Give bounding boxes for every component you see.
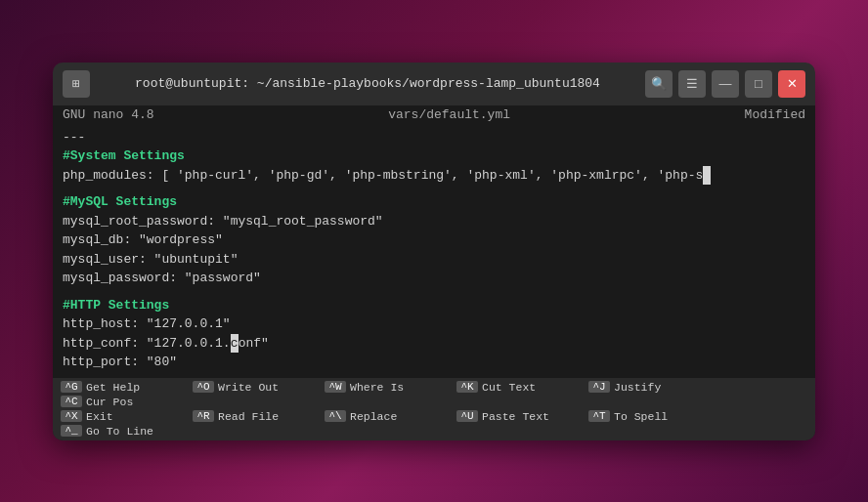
nano-modified: Modified — [745, 107, 805, 122]
titlebar: ⊞ root@ubuntupit: ~/ansible-playbooks/wo… — [53, 63, 815, 105]
key-ctrl-g: ^G — [61, 381, 82, 393]
nano-version: GNU nano 4.8 — [63, 107, 154, 122]
key-ctrl-j: ^J — [588, 381, 610, 393]
cmd-to-spell-label: To Spell — [614, 410, 668, 423]
content-line: mysql_db: "wordpress" — [63, 230, 805, 250]
key-ctrl-o: ^O — [193, 381, 214, 393]
content-line: --- — [63, 128, 805, 147]
nano-editor[interactable]: GNU nano 4.8 vars/default.yml Modified -… — [53, 105, 815, 440]
cmd-replace-label: Replace — [350, 410, 397, 423]
close-icon: ✕ — [787, 76, 798, 91]
key-ctrl-backslash: ^\ — [325, 410, 346, 422]
content-line: php_modules: [ 'php-curl', 'php-gd', 'ph… — [63, 166, 805, 186]
cmd-justify[interactable]: ^J Justify — [586, 380, 718, 395]
nano-filename: vars/default.yml — [388, 107, 510, 122]
cmd-write-out[interactable]: ^O Write Out — [191, 380, 323, 395]
cmd-read-file-label: Read File — [218, 410, 279, 423]
cmd-exit[interactable]: ^X Exit — [59, 409, 191, 424]
pin-button[interactable]: ⊞ — [63, 70, 90, 98]
cmd-paste-text-label: Paste Text — [482, 410, 549, 423]
key-ctrl-k: ^K — [456, 381, 478, 393]
maximize-button[interactable]: □ — [745, 70, 772, 98]
cmd-cur-pos-label: Cur Pos — [86, 396, 133, 408]
cmd-write-out-label: Write Out — [218, 381, 279, 394]
terminal-window: ⊞ root@ubuntupit: ~/ansible-playbooks/wo… — [53, 63, 815, 440]
search-button[interactable]: 🔍 — [645, 70, 673, 98]
content-line-cursor: http_conf: "127.0.0.1.conf" — [63, 334, 805, 354]
content-line: mysql_user: "ubuntupit" — [63, 250, 805, 270]
section-mysql: #MySQL Settings — [63, 192, 805, 212]
cmd-to-spell[interactable]: ^T To Spell — [586, 409, 718, 424]
cmd-cut-text[interactable]: ^K Cut Text — [455, 380, 586, 395]
editor-content[interactable]: --- #System Settings php_modules: [ 'php… — [53, 124, 815, 378]
maximize-icon: □ — [755, 76, 762, 91]
key-ctrl-x: ^X — [61, 410, 82, 422]
cmd-where-is-label: Where Is — [350, 381, 404, 394]
content-line: mysql_password: "password" — [63, 269, 805, 288]
cmd-go-to-line-label: Go To Line — [86, 425, 153, 438]
pin-icon: ⊞ — [72, 76, 80, 92]
window-title: root@ubuntupit: ~/ansible-playbooks/word… — [98, 76, 637, 91]
content-line: http_host: "127.0.0.1" — [63, 314, 805, 334]
cmd-replace[interactable]: ^\ Replace — [323, 409, 455, 424]
menu-icon: ☰ — [686, 76, 698, 91]
command-row-2: ^X Exit ^R Read File ^\ Replace ^U Paste… — [59, 409, 809, 439]
cmd-paste-text[interactable]: ^U Paste Text — [455, 409, 586, 424]
text-cursor: c — [231, 334, 239, 354]
command-row-1: ^G Get Help ^O Write Out ^W Where Is ^K … — [59, 380, 809, 409]
menu-button[interactable]: ☰ — [678, 70, 706, 98]
search-icon: 🔍 — [651, 76, 667, 91]
nano-topbar: GNU nano 4.8 vars/default.yml Modified — [53, 105, 815, 124]
key-ctrl-r: ^R — [193, 410, 214, 422]
cmd-get-help[interactable]: ^G Get Help — [59, 380, 191, 395]
cmd-read-file[interactable]: ^R Read File — [191, 409, 323, 424]
cmd-where-is[interactable]: ^W Where Is — [323, 380, 455, 395]
cmd-exit-label: Exit — [86, 410, 113, 423]
cmd-cur-pos[interactable]: ^C Cur Pos — [59, 395, 191, 409]
key-ctrl-t: ^T — [588, 410, 610, 422]
cmd-cut-text-label: Cut Text — [482, 381, 536, 394]
empty-line — [63, 288, 805, 296]
close-button[interactable]: ✕ — [778, 70, 805, 98]
section-http: #HTTP Settings — [63, 296, 805, 315]
key-ctrl-underscore: ^_ — [61, 425, 82, 437]
content-line: mysql_root_password: "mysql_root_passwor… — [63, 212, 805, 231]
minimize-icon: — — [719, 76, 732, 91]
cmd-justify-label: Justify — [614, 381, 661, 394]
section-system: #System Settings — [63, 146, 805, 166]
content-line: http_port: "80" — [63, 353, 805, 372]
empty-line — [63, 185, 805, 192]
key-ctrl-w: ^W — [325, 381, 346, 393]
window-controls: 🔍 ☰ — □ ✕ — [645, 70, 805, 98]
minimize-button[interactable]: — — [712, 70, 739, 98]
nano-commandbar: ^G Get Help ^O Write Out ^W Where Is ^K … — [53, 378, 815, 440]
cmd-go-to-line[interactable]: ^_ Go To Line — [59, 424, 191, 439]
key-ctrl-u: ^U — [456, 410, 478, 422]
cmd-get-help-label: Get Help — [86, 381, 140, 394]
key-ctrl-c: ^C — [61, 396, 82, 407]
